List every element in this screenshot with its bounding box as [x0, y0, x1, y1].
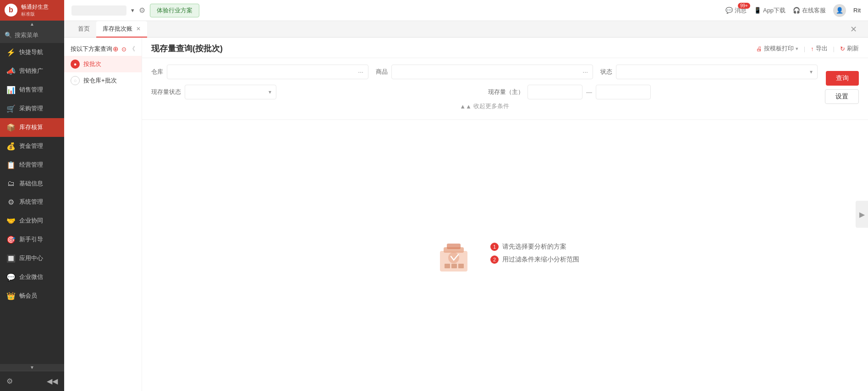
sidebar-item-newguide[interactable]: 🎯 新手引导: [0, 230, 64, 249]
sidebar-scroll-down[interactable]: ▼: [0, 364, 64, 371]
warehouse-more-icon[interactable]: ···: [358, 68, 363, 76]
export-icon: ↑: [811, 45, 814, 52]
empty-illustration: [431, 233, 477, 278]
stock-qty-max-input[interactable]: [596, 85, 651, 99]
sidebar-nav: ⚡ 快捷导航 📣 营销推广 📊 销售管理 🛒 采购管理 📦 库存核算 💰 资金管…: [0, 43, 64, 364]
stock-status-filter: 现存量状态 ▾: [151, 85, 481, 99]
search-icon: 🔍: [5, 32, 12, 38]
scheme-by-batch[interactable]: ● 按批次: [64, 56, 142, 72]
topbar-left: ▾ ⚙ 体验行业方案: [71, 4, 720, 17]
sidebar-header: b 畅通好生意 标准版: [0, 0, 64, 21]
refresh-icon: ↻: [840, 45, 845, 52]
tab-area-close-button[interactable]: ✕: [846, 22, 861, 36]
experience-button[interactable]: 体验行业方案: [150, 4, 199, 17]
system-icon: ⚙: [6, 198, 16, 206]
empty-state: 1 请先选择要分析的方案 2 用过滤条件来缩小分析范围: [142, 120, 868, 391]
collapse-more-conditions[interactable]: ▲▲ 收起更多条件: [151, 99, 818, 113]
appstore-icon: 🔲: [6, 254, 16, 263]
stock-qty-min-input[interactable]: [527, 85, 582, 99]
sidebar-item-marketing[interactable]: 📣 营销推广: [0, 62, 64, 81]
warehouse-input[interactable]: ···: [167, 65, 368, 79]
online-service-button[interactable]: 🎧 在线客服: [793, 6, 826, 15]
sidebar-item-system[interactable]: ⚙ 系统管理: [0, 193, 64, 212]
scheme-inactive-icon: ○: [71, 76, 80, 85]
print-dropdown-icon[interactable]: ▾: [796, 46, 798, 52]
sidebar-item-inventory[interactable]: 📦 库存核算: [0, 118, 64, 137]
panel-actions: ⊕ ⊙ 《: [113, 45, 135, 53]
shortcuts-icon: ⚡: [6, 48, 16, 57]
sidebar-item-operations[interactable]: 📋 经营管理: [0, 156, 64, 174]
svg-rect-4: [445, 264, 450, 268]
sidebar: b 畅通好生意 标准版 ▲ 🔍 搜索菜单 ⚡ 快捷导航 📣 营销推广 📊 销售管…: [0, 0, 64, 391]
enterprise-icon: 🤝: [6, 217, 16, 225]
sidebar-item-shortcuts[interactable]: ⚡ 快捷导航: [0, 43, 64, 62]
settings-button[interactable]: ⚙: [5, 375, 15, 387]
member-icon: 👑: [6, 292, 16, 300]
stock-status-select[interactable]: ▾: [185, 85, 276, 99]
svg-rect-6: [458, 264, 464, 268]
topbar-search-input[interactable]: [71, 5, 126, 16]
query-button[interactable]: 查询: [826, 71, 859, 86]
page-title: 现存量查询(按批次): [151, 43, 223, 54]
sidebar-item-appstore[interactable]: 🔲 应用中心: [0, 249, 64, 268]
wechat-icon: 💬: [6, 273, 16, 282]
phone-icon: 📱: [754, 7, 761, 14]
add-scheme-icon[interactable]: ⊕: [113, 45, 119, 53]
step2-num: 2: [490, 255, 499, 264]
basics-icon: 🗂: [6, 179, 16, 188]
scheme-settings-icon[interactable]: ⊙: [121, 46, 126, 53]
tab-close-button[interactable]: ✕: [136, 26, 141, 32]
filter-area: 仓库 ··· 商品 ···: [142, 58, 868, 120]
sidebar-item-wechat[interactable]: 💬 企业微信: [0, 268, 64, 287]
print-button[interactable]: 🖨 按模板打印 ▾: [756, 44, 798, 53]
product-input[interactable]: ···: [391, 65, 593, 79]
topbar-right: 💬 消息 99+ 📱 App下载 🎧 在线客服 👤 Rit: [725, 4, 861, 17]
operations-icon: 📋: [6, 161, 16, 169]
sales-icon: 📊: [6, 86, 16, 94]
sidebar-search[interactable]: 🔍 搜索菜单: [0, 27, 64, 43]
tab-batch-ledger[interactable]: 库存批次账 ✕: [96, 21, 147, 38]
finance-icon: 💰: [6, 142, 16, 151]
filter-settings-button[interactable]: 设置: [825, 89, 859, 104]
sidebar-item-member[interactable]: 👑 畅会员: [0, 287, 64, 305]
svg-point-3: [448, 252, 459, 263]
filter-panel-title: 按以下方案查询 ⊕ ⊙ 《: [64, 42, 142, 56]
sidebar-item-enterprise[interactable]: 🤝 企业协同: [0, 212, 64, 230]
topbar-dropdown-icon[interactable]: ▾: [131, 7, 134, 14]
message-button[interactable]: 💬 消息 99+: [725, 6, 747, 15]
collapse-icon: ▲▲: [460, 103, 472, 110]
sidebar-item-purchase[interactable]: 🛒 采购管理: [0, 99, 64, 118]
right-collapse-button[interactable]: ▶: [856, 201, 868, 228]
page-header: 现存量查询(按批次) 🖨 按模板打印 ▾ | ↑ 导出 | ↻: [142, 38, 868, 58]
product-filter: 商品 ···: [376, 65, 593, 79]
tab-home[interactable]: 首页: [71, 21, 96, 38]
topbar-gear-icon[interactable]: ⚙: [139, 6, 145, 15]
scheme-by-warehouse-batch[interactable]: ○ 按仓库+批次: [64, 72, 142, 89]
user-avatar[interactable]: 👤: [833, 4, 846, 17]
stock-status-chevron: ▾: [269, 89, 271, 95]
headset-icon: 🎧: [793, 7, 800, 14]
right-content: 现存量查询(按批次) 🖨 按模板打印 ▾ | ↑ 导出 | ↻: [142, 38, 868, 391]
sidebar-item-basics[interactable]: 🗂 基础信息: [0, 174, 64, 193]
step1-num: 1: [490, 243, 499, 251]
empty-text: 1 请先选择要分析的方案 2 用过滤条件来缩小分析范围: [490, 243, 579, 268]
sidebar-item-sales[interactable]: 📊 销售管理: [0, 81, 64, 99]
collapse-sidebar-button[interactable]: ◀◀: [45, 375, 60, 387]
refresh-button[interactable]: ↻ 刷新: [840, 44, 859, 53]
warehouse-filter: 仓库 ···: [151, 65, 368, 79]
export-button[interactable]: ↑ 导出: [811, 44, 828, 53]
main-content: ▾ ⚙ 体验行业方案 💬 消息 99+ 📱 App下载 🎧 在线客服 👤 Rit: [64, 0, 868, 391]
sidebar-scroll-up[interactable]: ▲: [0, 21, 64, 27]
panel-collapse-icon[interactable]: 《: [129, 45, 135, 53]
app-download-button[interactable]: 📱 App下载: [754, 6, 786, 15]
tab-bar: 首页 库存批次账 ✕ ✕: [64, 21, 868, 38]
avatar-icon: 👤: [836, 7, 843, 14]
status-select[interactable]: ▾: [616, 65, 818, 79]
product-more-icon[interactable]: ···: [582, 68, 588, 76]
stock-qty-filter: 现存量（主） —: [488, 85, 818, 99]
newguide-icon: 🎯: [6, 235, 16, 244]
scheme-active-icon: ●: [71, 60, 80, 69]
purchase-icon: 🛒: [6, 104, 16, 113]
sidebar-item-finance[interactable]: 💰 资金管理: [0, 137, 64, 156]
status-chevron-icon: ▾: [810, 69, 813, 75]
